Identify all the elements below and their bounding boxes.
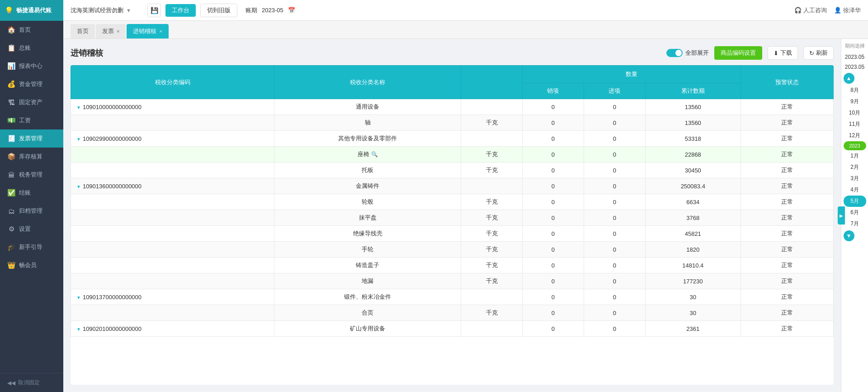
cell-tax-name: 抹平盘 — [274, 210, 461, 226]
period-month-5月[interactable]: 5月 — [844, 196, 866, 207]
tab-进销稽核[interactable]: 进销稽核× — [127, 24, 168, 38]
sidebar-label-10: 归档管理 — [19, 207, 42, 215]
user-menu[interactable]: 👤 徐泽华 — [834, 6, 861, 14]
table-row: 轮毂千克006634正常 — [71, 194, 834, 210]
tabbar: 首页发票×进销稽核× — [63, 21, 868, 39]
period-month-6月[interactable]: 6月 — [844, 207, 866, 218]
sidebar-footer[interactable]: ◀◀ 取消固定 — [0, 373, 63, 392]
cell-tax-name: 手轮 — [274, 242, 461, 258]
period-scroll-down[interactable]: ▼ — [844, 230, 854, 241]
workbench-button[interactable]: 工作台 — [165, 4, 196, 17]
sidebar-footer-label: 取消固定 — [18, 379, 40, 387]
expand-icon[interactable]: ▼ — [76, 137, 81, 142]
cell-unit: 千克 — [461, 305, 523, 321]
cell-total: 250083.4 — [645, 178, 741, 194]
sidebar-icon-7: 📦 — [7, 153, 15, 161]
cell-sales: 0 — [523, 163, 584, 178]
search-icon[interactable]: 🔍 — [371, 151, 378, 158]
col-quantity-group: 数量 — [523, 66, 741, 83]
expand-icon[interactable]: ▼ — [76, 184, 81, 189]
period-month-12月[interactable]: 12月 — [844, 130, 866, 141]
service-button[interactable]: 🎧 人工咨询 — [794, 6, 827, 14]
col-unit-header — [461, 66, 523, 99]
cell-purchase: 0 — [584, 226, 645, 242]
sidebar-icon-2: 📊 — [7, 62, 15, 70]
cell-tax-name: 矿山专用设备 — [274, 321, 461, 337]
table-row: ▼109029900000000000其他专用设备及零部件0053318正常 — [71, 131, 834, 147]
sidebar-item-资金管理[interactable]: 💰资金管理 — [0, 75, 63, 93]
cell-tax-name: 其他专用设备及零部件 — [274, 131, 461, 147]
toggle-track[interactable] — [666, 49, 683, 57]
cell-total: 2361 — [645, 321, 741, 337]
expand-icon[interactable]: ▼ — [76, 295, 81, 300]
period-month-1月[interactable]: 1月 — [844, 150, 866, 162]
tab-发票[interactable]: 发票× — [96, 24, 126, 38]
sidebar-item-固定资产[interactable]: 🏗固定资产 — [0, 93, 63, 111]
period-scroll-up[interactable]: ▲ — [844, 73, 854, 84]
sidebar-item-总账[interactable]: 📋总账 — [0, 39, 63, 57]
period-month-10月[interactable]: 10月 — [844, 107, 866, 119]
cell-unit: 千克 — [461, 210, 523, 226]
period-month-8月[interactable]: 8月 — [844, 85, 866, 96]
logo-icon: 💡 — [5, 6, 14, 15]
service-label: 人工咨询 — [803, 6, 827, 14]
sidebar-item-发票管理[interactable]: 🧾发票管理 — [0, 129, 63, 148]
cell-total: 45821 — [645, 226, 741, 242]
expand-icon[interactable]: ▼ — [76, 105, 81, 110]
sidebar-item-新手引导[interactable]: 🎓新手引导 — [0, 238, 63, 256]
period-top-1[interactable]: 2023.05 — [844, 62, 866, 72]
sidebar-icon-11: ⚙ — [7, 225, 15, 233]
cell-total: 53318 — [645, 131, 741, 147]
sidebar-label-11: 设置 — [19, 225, 31, 233]
sidebar-label-0: 首页 — [19, 26, 31, 34]
cell-purchase: 0 — [584, 305, 645, 321]
period-month-7月[interactable]: 7月 — [844, 218, 866, 229]
tab-close-2[interactable]: × — [159, 29, 162, 34]
sidebar-icon-12: 🎓 — [7, 243, 15, 251]
expand-toggle[interactable]: 全部展开 — [666, 49, 709, 57]
cell-status: 正常 — [741, 242, 833, 258]
sidebar-label-4: 固定资产 — [19, 98, 42, 106]
period-month-9月[interactable]: 9月 — [844, 96, 866, 107]
period-month-3月[interactable]: 3月 — [844, 173, 866, 184]
headset-icon: 🎧 — [794, 7, 802, 14]
save-button[interactable]: 💾 — [147, 4, 161, 17]
sidebar-item-结账[interactable]: ✅结账 — [0, 184, 63, 202]
page-title: 进销稽核 — [71, 48, 103, 58]
sidebar-item-库存核算[interactable]: 📦库存核算 — [0, 148, 63, 166]
cell-purchase: 0 — [584, 99, 645, 115]
tab-close-1[interactable]: × — [117, 29, 119, 34]
sidebar-item-首页[interactable]: 🏠首页 — [0, 21, 63, 39]
download-button[interactable]: ⬇ 下载 — [768, 46, 798, 60]
main-area: 沈海英测试经营勿删 ▼ 💾 工作台 切到旧版 账期 2023-05 📅 🎧 人工… — [63, 0, 868, 392]
period-month-4月[interactable]: 4月 — [844, 184, 866, 196]
sidebar-item-设置[interactable]: ⚙设置 — [0, 220, 63, 238]
sidebar-item-税务管理[interactable]: 🏛税务管理 — [0, 166, 63, 184]
calendar-icon[interactable]: 📅 — [288, 7, 295, 14]
switch-version-button[interactable]: 切到旧版 — [200, 4, 237, 17]
cell-unit: 千克 — [461, 258, 523, 273]
cell-status: 正常 — [741, 131, 833, 147]
company-selector[interactable]: 沈海英测试经营勿删 ▼ — [71, 6, 143, 14]
period-month-2月[interactable]: 2月 — [844, 162, 866, 173]
sidebar-icon-1: 📋 — [7, 44, 15, 52]
tab-label-2: 进销稽核 — [133, 27, 156, 35]
cell-tax-code — [71, 226, 274, 242]
panel-toggle[interactable]: ▶ — [838, 206, 845, 225]
expand-icon[interactable]: ▼ — [76, 327, 81, 332]
tab-首页[interactable]: 首页 — [71, 24, 95, 38]
sidebar-icon-6: 🧾 — [7, 134, 15, 143]
period-month-11月[interactable]: 11月 — [844, 119, 866, 130]
table-row: 地漏千克00177230正常 — [71, 273, 834, 289]
period-top-0[interactable]: 2023.05 — [844, 52, 866, 62]
refresh-button[interactable]: ↻ 刷新 — [803, 46, 834, 60]
cell-purchase: 0 — [584, 258, 645, 273]
col-purchase: 进项 — [584, 83, 645, 99]
page-actions: 全部展开 商品编码设置 ⬇ 下载 ↻ 刷新 — [666, 46, 834, 60]
product-code-button[interactable]: 商品编码设置 — [714, 46, 762, 60]
sidebar-item-归档管理[interactable]: 🗂归档管理 — [0, 202, 63, 220]
cell-tax-code: ▼109013700000000000 — [71, 289, 274, 305]
sidebar-item-报表中心[interactable]: 📊报表中心 — [0, 57, 63, 75]
sidebar-item-畅会员[interactable]: 👑畅会员 — [0, 256, 63, 274]
sidebar-item-工资[interactable]: 💵工资 — [0, 111, 63, 129]
